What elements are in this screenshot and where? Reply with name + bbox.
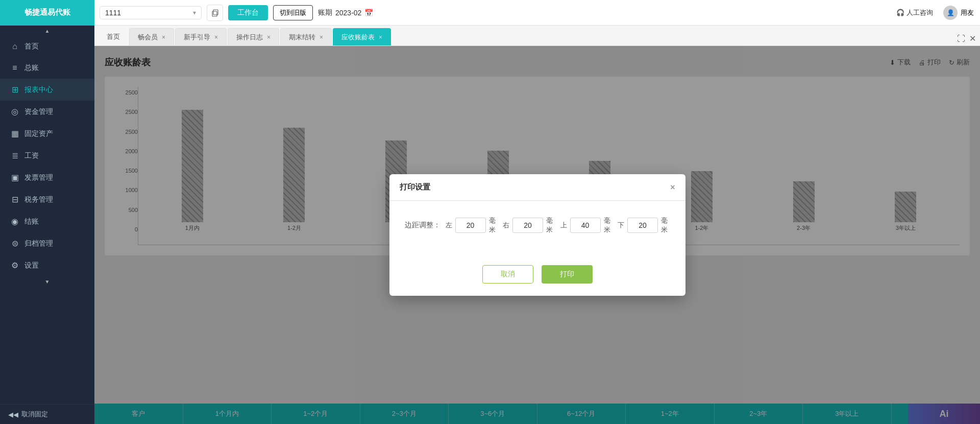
tab-ar-aging-label: 应收账龄表 bbox=[341, 33, 375, 42]
page-content: 应收账龄表 ⬇ 下载 🖨 打印 ↻ 刷新 bbox=[94, 46, 980, 424]
tab-maximize-icon[interactable]: ⛶ bbox=[957, 34, 965, 43]
cancel-button[interactable]: 取消 bbox=[482, 265, 533, 284]
content-area: 首页 畅会员 × 新手引导 × 操作日志 × 期末结转 × 应收账龄表 × bbox=[94, 26, 980, 424]
sidebar-scroll-down[interactable]: ▼ bbox=[0, 276, 94, 287]
svg-rect-1 bbox=[213, 10, 218, 15]
copy-icon-btn[interactable] bbox=[207, 5, 223, 21]
tab-member[interactable]: 畅会员 × bbox=[129, 28, 174, 45]
workbench-button[interactable]: 工作台 bbox=[228, 5, 268, 20]
top-unit: 毫米 bbox=[604, 216, 613, 234]
sidebar-label-invoice: 发票管理 bbox=[24, 173, 53, 182]
ledger-icon: ≡ bbox=[10, 63, 19, 73]
sidebar-item-assets[interactable]: ▦ 固定资产 bbox=[0, 123, 94, 145]
logo-text: 畅捷通易代账 bbox=[24, 8, 70, 17]
margin-row: 边距调整： 左 毫米 右 毫米 bbox=[405, 216, 670, 234]
invoice-icon: ▣ bbox=[10, 173, 19, 182]
print-confirm-button[interactable]: 打印 bbox=[542, 265, 593, 284]
period-value: 2023-02 bbox=[335, 9, 361, 17]
tab-home[interactable]: 首页 bbox=[99, 28, 128, 45]
dialog-close-button[interactable]: × bbox=[670, 183, 675, 192]
closing-icon: ◉ bbox=[10, 217, 19, 226]
tab-guide-close[interactable]: × bbox=[214, 34, 218, 41]
sidebar-item-home[interactable]: ⌂ 首页 bbox=[0, 36, 94, 57]
archive-icon: ⊜ bbox=[10, 239, 19, 248]
tab-member-close[interactable]: × bbox=[162, 34, 165, 41]
svg-rect-0 bbox=[212, 11, 217, 16]
top-margin-input[interactable] bbox=[570, 218, 601, 233]
sidebar-label-reports: 报表中心 bbox=[24, 85, 53, 95]
sidebar-item-archive[interactable]: ⊜ 归档管理 bbox=[0, 232, 94, 254]
top-margin-group: 上 毫米 bbox=[560, 216, 613, 234]
service-label: 人工咨询 bbox=[906, 8, 933, 17]
sidebar-item-closing[interactable]: ◉ 结账 bbox=[0, 210, 94, 232]
left-margin-input[interactable] bbox=[455, 218, 486, 233]
sidebar-item-ledger[interactable]: ≡ 总账 bbox=[0, 57, 94, 79]
calendar-icon[interactable]: 📅 bbox=[364, 9, 373, 17]
sidebar-label-funds: 资金管理 bbox=[24, 107, 53, 116]
sidebar-scroll-up[interactable]: ▲ bbox=[0, 26, 94, 36]
tab-period-end[interactable]: 期末结转 × bbox=[280, 28, 332, 45]
right-unit: 毫米 bbox=[546, 216, 555, 234]
tab-ar-aging[interactable]: 应收账龄表 × bbox=[333, 28, 391, 45]
tab-bar: 首页 畅会员 × 新手引导 × 操作日志 × 期末结转 × 应收账龄表 × bbox=[94, 26, 980, 46]
sidebar-item-funds[interactable]: ◎ 资金管理 bbox=[0, 101, 94, 123]
tab-oplog-label: 操作日志 bbox=[236, 33, 263, 42]
assets-icon: ▦ bbox=[10, 129, 19, 138]
margin-label: 边距调整： bbox=[405, 221, 440, 230]
modal-overlay: 打印设置 × 边距调整： 左 毫米 右 bbox=[94, 46, 980, 424]
reports-icon: ⊞ bbox=[10, 85, 19, 95]
dialog-footer: 取消 打印 bbox=[389, 260, 685, 296]
tab-oplog[interactable]: 操作日志 × bbox=[228, 28, 279, 45]
tab-member-label: 畅会员 bbox=[138, 33, 158, 42]
sidebar: ▲ ⌂ 首页 ≡ 总账 ⊞ 报表中心 ◎ 资金管理 ▦ 固定资产 ≣ 工资 ▣ … bbox=[0, 26, 94, 424]
sidebar-collapse-btn[interactable]: ◀◀ 取消固定 bbox=[0, 404, 94, 424]
tab-ar-aging-close[interactable]: × bbox=[379, 34, 382, 41]
dialog-header: 打印设置 × bbox=[389, 174, 685, 201]
bottom-margin-group: 下 毫米 bbox=[618, 216, 670, 234]
settings-icon: ⚙ bbox=[10, 261, 19, 270]
bottom-margin-input[interactable] bbox=[627, 218, 658, 233]
tab-period-end-label: 期末结转 bbox=[289, 33, 315, 42]
sidebar-label-ledger: 总账 bbox=[24, 63, 39, 73]
tab-bar-actions: ⛶ ✕ bbox=[957, 34, 976, 45]
pin-icon: ◀◀ bbox=[8, 411, 18, 418]
funds-icon: ◎ bbox=[10, 107, 19, 116]
left-direction-label: 左 bbox=[446, 221, 452, 230]
tab-guide-label: 新手引导 bbox=[184, 33, 210, 42]
user-label: 用友 bbox=[961, 8, 974, 17]
tab-oplog-close[interactable]: × bbox=[267, 34, 271, 41]
service-button[interactable]: 🎧 人工咨询 bbox=[896, 8, 933, 17]
bottom-unit: 毫米 bbox=[661, 216, 670, 234]
print-settings-dialog: 打印设置 × 边距调整： 左 毫米 右 bbox=[389, 174, 685, 296]
tax-icon: ⊟ bbox=[10, 195, 19, 204]
sidebar-item-tax[interactable]: ⊟ 税务管理 bbox=[0, 189, 94, 210]
sidebar-label-settings: 设置 bbox=[24, 261, 39, 270]
right-direction-label: 右 bbox=[503, 221, 509, 230]
sidebar-label-assets: 固定资产 bbox=[24, 129, 53, 138]
right-margin-group: 右 毫米 bbox=[503, 216, 555, 234]
logo-area: 畅捷通易代账 bbox=[0, 0, 94, 26]
dropdown-arrow-icon: ▾ bbox=[193, 9, 196, 16]
dialog-body: 边距调整： 左 毫米 右 毫米 bbox=[389, 201, 685, 260]
tab-period-end-close[interactable]: × bbox=[320, 34, 323, 41]
company-selector[interactable]: 1111 ▾ bbox=[100, 6, 202, 19]
sidebar-item-reports[interactable]: ⊞ 报表中心 bbox=[0, 79, 94, 101]
old-version-button[interactable]: 切到旧版 bbox=[273, 5, 313, 20]
tab-close-all-icon[interactable]: ✕ bbox=[969, 34, 976, 43]
user-area[interactable]: 👤 用友 bbox=[943, 6, 974, 20]
sidebar-item-salary[interactable]: ≣ 工资 bbox=[0, 145, 94, 167]
left-unit: 毫米 bbox=[489, 216, 498, 234]
period-label: 账期 bbox=[318, 8, 332, 17]
bottom-direction-label: 下 bbox=[618, 221, 624, 230]
sidebar-item-settings[interactable]: ⚙ 设置 bbox=[0, 254, 94, 276]
collapse-label: 取消固定 bbox=[21, 410, 48, 419]
sidebar-item-invoice[interactable]: ▣ 发票管理 bbox=[0, 167, 94, 189]
left-margin-group: 左 毫米 bbox=[446, 216, 498, 234]
company-name: 1111 bbox=[105, 9, 189, 17]
tab-guide[interactable]: 新手引导 × bbox=[175, 28, 227, 45]
right-margin-input[interactable] bbox=[512, 218, 543, 233]
salary-icon: ≣ bbox=[10, 151, 19, 160]
sidebar-label-archive: 归档管理 bbox=[24, 239, 53, 248]
sidebar-label-closing: 结账 bbox=[24, 217, 39, 226]
top-header: 畅捷通易代账 1111 ▾ 工作台 切到旧版 账期 2023-02 📅 🎧 人工… bbox=[0, 0, 980, 26]
